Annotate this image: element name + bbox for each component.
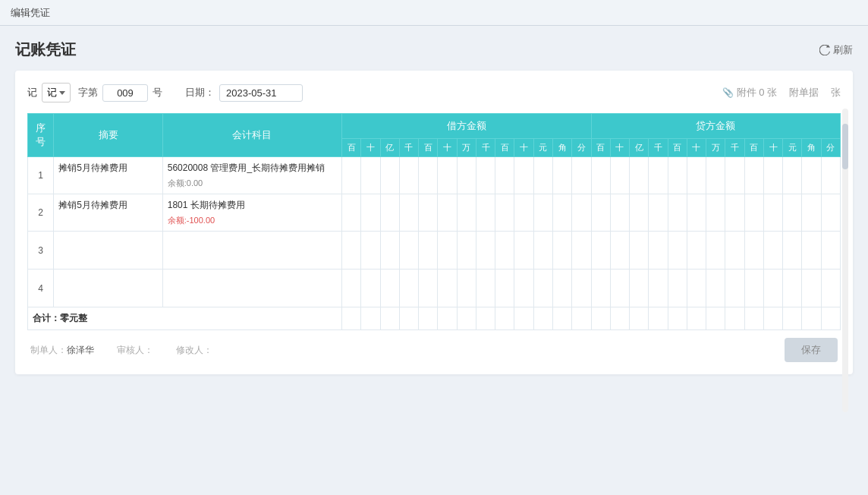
c3-c12[interactable] — [821, 232, 840, 270]
c4-c4[interactable] — [668, 270, 687, 307]
c1-c1[interactable] — [610, 157, 629, 194]
c3-c4[interactable] — [668, 232, 687, 270]
summary-2[interactable]: 摊销5月待摊费用 — [54, 194, 162, 232]
d2-c12[interactable] — [572, 194, 591, 232]
d3-c4[interactable] — [419, 232, 438, 270]
d4-c12[interactable] — [572, 270, 591, 307]
c1-c8[interactable] — [744, 157, 763, 194]
d4-c9[interactable] — [514, 270, 533, 307]
d1-c10[interactable] — [533, 157, 552, 194]
c1-c4[interactable] — [668, 157, 687, 194]
c1-c11[interactable] — [802, 157, 821, 194]
d4-c5[interactable] — [438, 270, 457, 307]
d1-c12[interactable] — [572, 157, 591, 194]
c4-c8[interactable] — [744, 270, 763, 307]
account-2[interactable]: 1801 长期待摊费用 余额:-100.00 — [162, 194, 341, 232]
d2-c10[interactable] — [533, 194, 552, 232]
c1-c9[interactable] — [763, 157, 782, 194]
d3-c0[interactable] — [342, 232, 361, 270]
c1-c3[interactable] — [649, 157, 668, 194]
summary-4[interactable] — [54, 270, 162, 307]
d1-c3[interactable] — [399, 157, 418, 194]
c3-c5[interactable] — [687, 232, 706, 270]
c4-c11[interactable] — [802, 270, 821, 307]
d4-c10[interactable] — [533, 270, 552, 307]
d2-c4[interactable] — [419, 194, 438, 232]
c3-c1[interactable] — [610, 232, 629, 270]
d2-c7[interactable] — [476, 194, 495, 232]
scrollbar-track[interactable] — [842, 109, 848, 412]
d2-c1[interactable] — [361, 194, 380, 232]
c2-c10[interactable] — [783, 194, 802, 232]
d4-c2[interactable] — [380, 270, 399, 307]
c3-c0[interactable] — [591, 232, 610, 270]
refresh-button[interactable]: 刷新 — [819, 43, 853, 57]
voucher-number-input[interactable] — [102, 84, 148, 102]
d4-c6[interactable] — [457, 270, 476, 307]
c4-c12[interactable] — [821, 270, 840, 307]
c2-c2[interactable] — [630, 194, 649, 232]
d2-c3[interactable] — [399, 194, 418, 232]
c1-c5[interactable] — [687, 157, 706, 194]
c1-c7[interactable] — [725, 157, 744, 194]
account-1[interactable]: 56020008 管理费用_长期待摊费用摊销 余额:0.00 — [162, 157, 341, 194]
d3-c12[interactable] — [572, 232, 591, 270]
c4-c1[interactable] — [610, 270, 629, 307]
c1-c6[interactable] — [706, 157, 725, 194]
c4-c3[interactable] — [649, 270, 668, 307]
d3-c6[interactable] — [457, 232, 476, 270]
d4-c1[interactable] — [361, 270, 380, 307]
d1-c8[interactable] — [495, 157, 514, 194]
c1-c2[interactable] — [630, 157, 649, 194]
d1-c7[interactable] — [476, 157, 495, 194]
c3-c7[interactable] — [725, 232, 744, 270]
c4-c6[interactable] — [706, 270, 725, 307]
d3-c9[interactable] — [514, 232, 533, 270]
c1-c10[interactable] — [783, 157, 802, 194]
c2-c1[interactable] — [610, 194, 629, 232]
d1-c9[interactable] — [514, 157, 533, 194]
c3-c3[interactable] — [649, 232, 668, 270]
d3-c1[interactable] — [361, 232, 380, 270]
c3-c11[interactable] — [802, 232, 821, 270]
c4-c5[interactable] — [687, 270, 706, 307]
d1-c11[interactable] — [552, 157, 571, 194]
d2-c8[interactable] — [495, 194, 514, 232]
c2-c5[interactable] — [687, 194, 706, 232]
c3-c2[interactable] — [630, 232, 649, 270]
c2-c3[interactable] — [649, 194, 668, 232]
d1-c1[interactable] — [361, 157, 380, 194]
c2-c4[interactable] — [668, 194, 687, 232]
d1-c2[interactable] — [380, 157, 399, 194]
d2-c2[interactable] — [380, 194, 399, 232]
c2-c9[interactable] — [763, 194, 782, 232]
d3-c3[interactable] — [399, 232, 418, 270]
c2-c0[interactable] — [591, 194, 610, 232]
c2-c7[interactable] — [725, 194, 744, 232]
d4-c11[interactable] — [552, 270, 571, 307]
d1-c0[interactable] — [342, 157, 361, 194]
d3-c5[interactable] — [438, 232, 457, 270]
d3-c11[interactable] — [552, 232, 571, 270]
attachment-single-label[interactable]: 附单据 — [789, 86, 819, 99]
c4-c0[interactable] — [591, 270, 610, 307]
d2-c5[interactable] — [438, 194, 457, 232]
summary-1[interactable]: 摊销5月待摊费用 — [54, 157, 162, 194]
d4-c7[interactable] — [476, 270, 495, 307]
attachment-link[interactable]: 📎 附件 0 张 — [722, 86, 777, 99]
d2-c9[interactable] — [514, 194, 533, 232]
d4-c3[interactable] — [399, 270, 418, 307]
c4-c2[interactable] — [630, 270, 649, 307]
d3-c10[interactable] — [533, 232, 552, 270]
d3-c8[interactable] — [495, 232, 514, 270]
d4-c4[interactable] — [419, 270, 438, 307]
c2-c8[interactable] — [744, 194, 763, 232]
c3-c9[interactable] — [763, 232, 782, 270]
d1-c5[interactable] — [438, 157, 457, 194]
c1-c12[interactable] — [821, 157, 840, 194]
c4-c7[interactable] — [725, 270, 744, 307]
date-input[interactable] — [219, 84, 303, 102]
d1-c6[interactable] — [457, 157, 476, 194]
d2-c6[interactable] — [457, 194, 476, 232]
c2-c11[interactable] — [802, 194, 821, 232]
